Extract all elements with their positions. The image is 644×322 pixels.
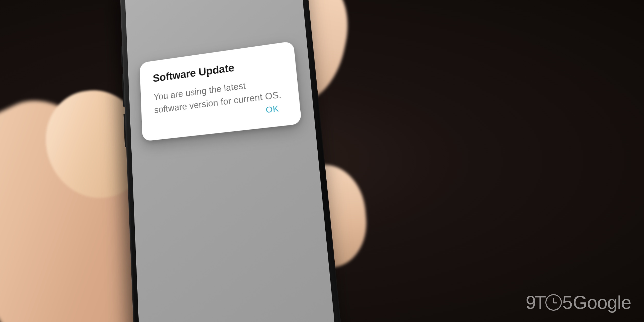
watermark-logo: 9 T 5 Google — [526, 292, 631, 313]
watermark-5: 5 — [562, 292, 572, 313]
ok-button[interactable]: OK — [260, 100, 285, 118]
screen-background: Software Update You are using the latest… — [125, 0, 339, 322]
smartphone-device: Software Update You are using the latest… — [120, 0, 346, 322]
phone-screen: Software Update You are using the latest… — [125, 0, 339, 322]
phone-bezel: Software Update You are using the latest… — [120, 0, 346, 322]
dialog-actions: OK — [260, 100, 285, 118]
watermark-t: T — [535, 292, 546, 313]
software-update-dialog: Software Update You are using the latest… — [140, 41, 302, 141]
photo-scene: Software Update You are using the latest… — [0, 0, 644, 322]
clock-icon — [545, 294, 562, 311]
watermark-9: 9 — [526, 292, 536, 313]
watermark-google: Google — [573, 292, 631, 313]
